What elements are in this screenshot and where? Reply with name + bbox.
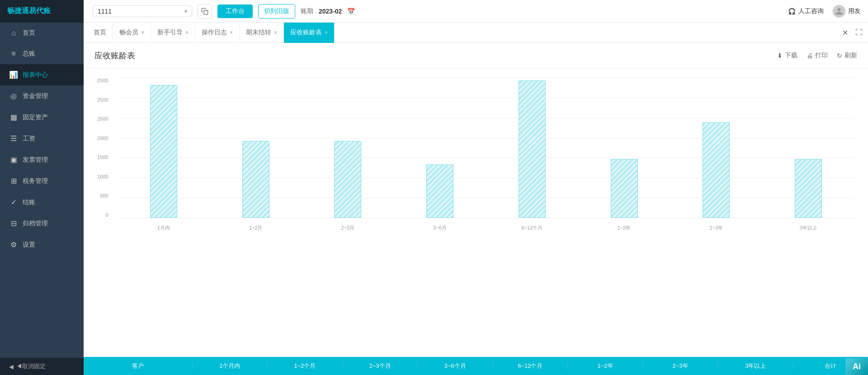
sidebar-item-tax[interactable]: ⊞ 税务管理 — [0, 170, 84, 192]
bars-area — [118, 78, 854, 218]
bar-group-1[interactable] — [210, 78, 302, 218]
sidebar-item-funds[interactable]: ◎ 资金管理 — [0, 85, 84, 107]
workbench-button[interactable]: 工作台 — [217, 5, 253, 18]
bar-1 — [242, 141, 269, 218]
tab-member[interactable]: 畅会员× — [113, 23, 151, 43]
print-button[interactable]: 🖨 打印 — [807, 52, 828, 60]
x-label-7: 3年以上 — [762, 223, 854, 231]
bar-group-2[interactable] — [302, 78, 394, 218]
print-icon: 🖨 — [807, 52, 813, 59]
download-label: 下载 — [785, 52, 797, 60]
y-label-1500: 1500 — [97, 155, 108, 160]
tab-close-member[interactable]: × — [141, 29, 144, 36]
tab-close-guide[interactable]: × — [185, 29, 189, 36]
page-header: 应收账龄表 ⬇ 下载 🖨 打印 ↻ 刷新 — [84, 43, 868, 69]
logo: 畅捷通易代账 — [0, 0, 84, 23]
consult-button[interactable]: 🎧 人工咨询 — [788, 7, 824, 15]
main-layout: ⌂ 首页 ≡ 总账 📊 报表中心 ◎ 资金管理 ▦ 固定资产 ☰ 工资 ▣ 发票… — [0, 23, 868, 375]
sidebar-item-reports[interactable]: 📊 报表中心 — [0, 64, 84, 85]
svg-rect-0 — [204, 10, 208, 14]
bar-group-7[interactable] — [762, 78, 854, 218]
x-label-4: 6~12个月 — [486, 223, 578, 231]
sidebar-toggle[interactable]: ◀ ◀取消固定 — [0, 358, 84, 375]
sidebar-label-salary: 工资 — [23, 135, 35, 143]
funds-icon: ◎ — [9, 92, 18, 100]
tab-bar: 首页畅会员×新手引导×操作日志×期末结转×应收账龄表× ✕ ⛶ — [84, 23, 868, 43]
period-label: 账期 — [301, 7, 313, 15]
sidebar-label-funds: 资金管理 — [23, 92, 48, 100]
tab-label-period-closing: 期末结转 — [246, 28, 271, 37]
tab-close-oplog[interactable]: × — [230, 29, 233, 36]
toggle-label: ◀取消固定 — [16, 362, 46, 370]
assets-icon: ▦ — [9, 113, 18, 122]
sidebar-item-invoice[interactable]: ▣ 发票管理 — [0, 149, 84, 170]
y-label-2500c: 2500 — [97, 116, 108, 122]
bar-group-0[interactable] — [118, 78, 210, 218]
sidebar-label-reports: 报表中心 — [23, 71, 48, 79]
bar-group-6[interactable] — [670, 78, 763, 218]
sidebar-item-archive[interactable]: ⊟ 归档管理 — [0, 213, 84, 234]
bar-5 — [611, 159, 638, 218]
x-label-3: 3~6月 — [394, 223, 486, 231]
sidebar-item-closing[interactable]: ✓ 结账 — [0, 192, 84, 213]
tab-close-aging[interactable]: × — [325, 29, 328, 36]
bar-group-4[interactable] — [486, 78, 578, 218]
ai-badge[interactable]: Ai — [845, 358, 868, 375]
archive-icon: ⊟ — [9, 219, 18, 228]
x-label-2: 2~3月 — [302, 223, 394, 231]
sidebar-label-settings: 设置 — [23, 241, 35, 249]
sidebar-label-ledger: 总账 — [23, 50, 35, 58]
switch-version-button[interactable]: 切到旧版 — [258, 4, 295, 19]
th-6: 1~2年 — [568, 362, 643, 370]
settings-icon: ⚙ — [9, 240, 18, 249]
close-all-tabs-button[interactable]: ✕ — [840, 27, 850, 39]
tab-period-closing[interactable]: 期末结转× — [240, 23, 284, 43]
bar-group-5[interactable] — [578, 78, 670, 218]
chart-container: 2500 2500 2500 2000 1500 1000 500 0 — [84, 69, 868, 357]
sidebar-item-home[interactable]: ⌂ 首页 — [0, 23, 84, 43]
sidebar-item-assets[interactable]: ▦ 固定资产 — [0, 107, 84, 128]
refresh-button[interactable]: ↻ 刷新 — [837, 52, 857, 60]
avatar — [833, 5, 845, 18]
closing-icon: ✓ — [9, 198, 18, 206]
page-actions: ⬇ 下载 🖨 打印 ↻ 刷新 — [777, 52, 857, 60]
page-title: 应收账龄表 — [94, 50, 135, 61]
tab-aging[interactable]: 应收账龄表× — [284, 23, 335, 43]
print-label: 打印 — [815, 52, 828, 60]
x-axis: 1月内1~2月2~3月3~6月6~12个月1~2年2~3年3年以上 — [118, 223, 854, 231]
toggle-icon: ◀ — [9, 363, 14, 370]
bar-0 — [150, 85, 177, 218]
tab-close-period-closing[interactable]: × — [274, 29, 277, 36]
copy-icon-button[interactable] — [198, 4, 212, 19]
tab-home[interactable]: 首页 — [87, 23, 113, 43]
tab-bar-actions: ✕ ⛶ — [840, 27, 864, 39]
sidebar-scroll: ⌂ 首页 ≡ 总账 📊 报表中心 ◎ 资金管理 ▦ 固定资产 ☰ 工资 ▣ 发票… — [0, 23, 84, 358]
x-label-6: 2~3年 — [670, 223, 763, 231]
user-info[interactable]: 用友 — [833, 5, 861, 18]
sidebar-item-settings[interactable]: ⚙ 设置 — [0, 234, 84, 255]
company-select[interactable]: 1111 ▾ — [93, 5, 192, 17]
tax-icon: ⊞ — [9, 177, 18, 185]
content-area: 首页畅会员×新手引导×操作日志×期末结转×应收账龄表× ✕ ⛶ 应收账龄表 ⬇ … — [84, 23, 868, 375]
sidebar-item-ledger[interactable]: ≡ 总账 — [0, 43, 84, 64]
home-icon: ⌂ — [9, 29, 18, 37]
tab-label-member: 畅会员 — [119, 28, 138, 37]
tab-label-guide: 新手引导 — [157, 28, 183, 37]
bar-6 — [703, 122, 730, 218]
sidebar-label-archive: 归档管理 — [23, 220, 48, 228]
page-content: 应收账龄表 ⬇ 下载 🖨 打印 ↻ 刷新 — [84, 43, 868, 375]
sidebar-item-salary[interactable]: ☰ 工资 — [0, 128, 84, 149]
table-header: 客户1个月内1~2个月2~3个月3~6个月6~12个月1~2年2~3年3年以上合… — [84, 357, 868, 375]
bar-group-3[interactable] — [394, 78, 486, 218]
th-0: 客户 — [84, 362, 193, 370]
sidebar-label-invoice: 发票管理 — [23, 156, 48, 164]
chevron-down-icon: ▾ — [184, 8, 187, 14]
sidebar-label-closing: 结账 — [23, 198, 35, 206]
tab-oplog[interactable]: 操作日志× — [195, 23, 240, 43]
header-right: 🎧 人工咨询 用友 — [788, 5, 861, 18]
download-button[interactable]: ⬇ 下载 — [777, 52, 797, 60]
calendar-icon[interactable]: 📅 — [347, 8, 355, 15]
expand-tab-button[interactable]: ⛶ — [854, 27, 864, 38]
sidebar-label-assets: 固定资产 — [23, 113, 48, 122]
tab-guide[interactable]: 新手引导× — [151, 23, 195, 43]
